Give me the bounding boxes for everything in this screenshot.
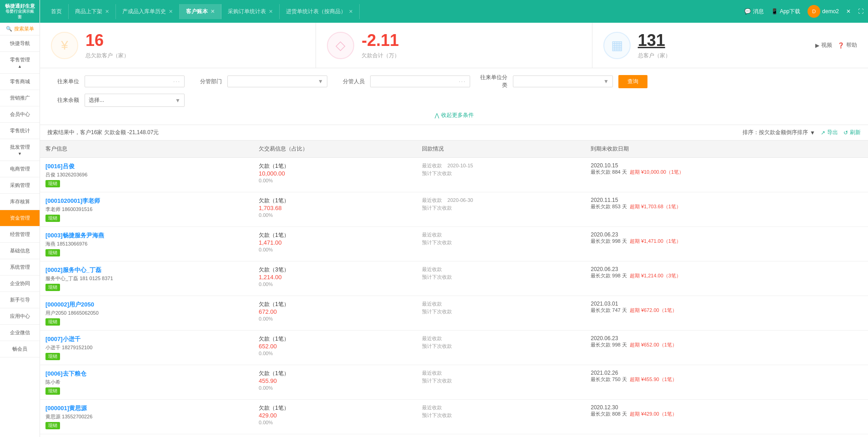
sidebar-item-system[interactable]: 系统管理 [0,259,40,276]
sidebar-item-member2[interactable]: 畅会员 [0,341,40,357]
owe-amount: 1,214.00 [259,274,411,281]
chevron-down-dept-icon: ▼ [318,78,323,85]
close-window-icon[interactable]: ✕ [846,8,851,15]
close-icon5[interactable]: ✕ [349,9,353,15]
sidebar-item-wechat[interactable]: 企业微信 [0,325,40,341]
collapse-label: 收起更多条件 [441,111,474,119]
overdue-link[interactable]: 超期 ¥429.00（1笔） [630,411,677,417]
export-button[interactable]: ↗ 导出 [821,129,838,136]
customer-tag: 现销 [45,387,60,395]
supplier-dots: ··· [173,78,181,85]
sidebar-item-purchase[interactable]: 采购管理 [0,177,40,194]
close-icon[interactable]: ✕ [105,9,109,15]
sidebar-item-retail-mall[interactable]: 零售商城 [0,74,40,90]
owe-label: 欠款（1笔） [259,404,411,412]
next-recovery-label: 预计下次收款 [422,274,580,281]
overdue-days: 最长欠款 998 天 超期 ¥1,214.00（3笔） [591,272,863,279]
export-icon: ↗ [821,130,825,136]
category-select[interactable]: ▼ [513,75,613,87]
collapse-button[interactable]: ⋀ 收起更多条件 [47,111,861,119]
tab-purchase-stats-product-label: 进货单统计表（按商品） [286,8,346,15]
last-recovery-date [443,266,447,272]
close-icon3[interactable]: ✕ [211,9,215,15]
customer-name-link[interactable]: [0001020001]李老师 [45,197,100,204]
overdue-link[interactable]: 超期 ¥1,703.68（1笔） [630,204,681,209]
sidebar-item-ecommerce[interactable]: 电商管理 [0,161,40,177]
customer-name-link[interactable]: [0002]服务中心_丁磊 [45,266,101,273]
overdue-days: 最长欠款 853 天 超期 ¥1,703.68（1笔） [591,203,863,210]
retail-mgmt-label: 零售管理 [10,56,30,63]
app-download-button[interactable]: 📱 App下载 [771,8,800,15]
tab-product-shelf[interactable]: 商品上下架 ✕ [69,4,116,19]
last-recovery-date [443,232,447,237]
tab-production-history-label: 产成品入库单历史 [122,8,166,15]
customer-info-cell: [0001020001]李老师 李老师 18600391516 现销 [40,192,253,227]
messages-button[interactable]: 💬 消息 [744,8,764,15]
dept-select[interactable]: ▼ [227,75,327,87]
user-avatar-button[interactable]: D demo2 [808,5,839,18]
tab-purchase-order-stats-label: 采购订单统计表 [228,8,266,15]
customer-name-link[interactable]: [000002]用户2050 [45,301,94,308]
next-recovery-label: 预计下次收款 [422,377,580,384]
sidebar-item-basic-info[interactable]: 基础信息 [0,243,40,259]
tab-production-history[interactable]: 产成品入库单历史 ✕ [116,4,180,19]
sidebar-item-quick-nav[interactable]: 快捷导航 [0,35,40,52]
last-recovery-label: 最近收款 [422,405,442,410]
customer-tag: 现销 [45,422,60,429]
query-button[interactable]: 查询 [618,75,647,88]
table-row: [0016]吕俊 吕俊 13026203696 现销 欠款（1笔） 10,000… [40,158,868,192]
overdue-link[interactable]: 超期 ¥10,000.00（1笔） [630,169,684,175]
tab-customer-account[interactable]: 客户账本 ✕ [180,4,221,19]
sidebar-item-inventory[interactable]: 库存核算 [0,194,40,210]
customer-name-link[interactable]: [0007]小迸千 [45,336,80,342]
sidebar-item-marketing[interactable]: 营销推广 [0,90,40,106]
help-button[interactable]: ❓ 帮助 [838,41,857,49]
sidebar-search[interactable]: 🔍 搜索菜单 [0,23,40,35]
person-input[interactable]: ··· [370,75,470,87]
sidebar-item-guide[interactable]: 新手引导 [0,292,40,308]
overdue-link[interactable]: 超期 ¥672.00（1笔） [630,307,677,313]
sort-selector[interactable]: 排序：按欠款金额倒序排序 ▼ [743,129,815,136]
tab-home[interactable]: 首页 [45,4,69,19]
close-icon4[interactable]: ✕ [269,9,273,15]
sidebar-item-retail-mgmt[interactable]: 零售管理 ▲ [0,52,40,74]
refresh-button[interactable]: ↺ 刷新 [843,129,861,136]
customer-info-cell: [0006]去下粮仓 陈小希 现销 [40,365,253,400]
expire-date-value: 2020.06.23 [591,335,863,342]
inventory-label: 库存核算 [10,198,30,205]
overdue-link[interactable]: 超期 ¥1,471.00（1笔） [630,238,681,244]
sidebar-item-wholesale-mgmt[interactable]: 批发管理 ▼ [0,139,40,161]
last-recovery-date: 2020-10-15 [443,163,473,168]
sidebar-item-finance[interactable]: 资金管理 [0,210,40,226]
sidebar-item-operations[interactable]: 经营管理 [0,226,40,243]
last-recovery-label: 最近收款 [422,197,442,203]
supplier-input[interactable]: ··· [85,75,185,87]
sidebar-item-app-center[interactable]: 应用中心 [0,308,40,325]
table-row: [0003]畅捷服务尹海燕 海燕 18513066976 现销 欠款（1笔） 1… [40,227,868,261]
customer-name-link[interactable]: [000001]黄思源 [45,405,87,412]
person-label: 分管人员 [333,78,365,85]
owe-pct: 0.00% [259,178,411,183]
customer-name-link[interactable]: [0016]吕俊 [45,163,75,170]
total-customers-num: 131 [638,31,671,50]
overdue-link[interactable]: 超期 ¥1,214.00（3笔） [630,273,681,278]
close-icon2[interactable]: ✕ [169,9,173,15]
tab-purchase-stats-product[interactable]: 进货单统计表（按商品） ✕ [280,4,360,19]
sidebar-item-retail-stats[interactable]: 零售统计 [0,123,40,139]
topbar: 首页 商品上下架 ✕ 产成品入库单历史 ✕ 客户账本 ✕ 采购订单统计表 ✕ 进… [40,0,868,23]
maximize-icon[interactable]: ⛶ [858,8,863,15]
overdue-link[interactable]: 超期 ¥455.90（1笔） [630,377,677,382]
customer-name-link[interactable]: [0006]去下粮仓 [45,370,86,377]
tab-purchase-order-stats[interactable]: 采购订单统计表 ✕ [221,4,280,19]
overdue-link[interactable]: 超期 ¥652.00（1笔） [630,342,677,347]
owe-pct: 0.00% [259,420,411,425]
video-button[interactable]: ▶ 视频 [815,41,832,49]
customer-name-link[interactable]: [0003]畅捷服务尹海燕 [45,232,104,239]
sidebar-item-member[interactable]: 会员中心 [0,106,40,123]
last-recovery-date [443,370,447,376]
chevron-down-category-icon: ▼ [603,78,609,85]
wechat-label: 企业微信 [10,329,30,336]
sidebar-item-enterprise[interactable]: 企业协同 [0,276,40,292]
expire-date-value: 2020.11.15 [591,197,863,203]
balance-select[interactable]: 选择... ▼ [85,94,185,107]
